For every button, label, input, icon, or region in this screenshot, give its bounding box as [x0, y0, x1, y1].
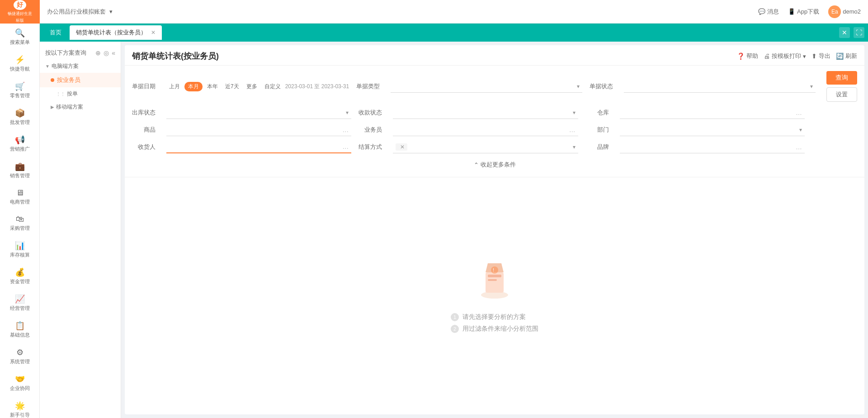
app-logo[interactable]: 好 畅捷通好生意 标版 [0, 0, 40, 24]
tab-close-all-btn[interactable]: ✕ [839, 27, 850, 38]
doc-type-field[interactable]: ▾ [391, 80, 582, 93]
tabbar: 首页 销货单统计表（按业务员） ✕ ✕ ⛶ [40, 24, 868, 42]
sidebar-item-7[interactable]: 🛍 采购管理 [0, 210, 39, 236]
empty-state: ! 1 请先选择要分析的方案 2 用过滤条件来缩小分析范围 [125, 177, 864, 414]
sidebar-item-11[interactable]: 📋 基础信息 [0, 316, 39, 343]
sidebar-item-9[interactable]: 💰 资金管理 [0, 263, 39, 290]
brand-label: 品牌 [585, 143, 613, 151]
sidebar-label-7: 采购管理 [10, 225, 30, 232]
print-btn[interactable]: 🖨 按模板打印 ▾ [764, 52, 806, 60]
brand-field[interactable]: … [620, 141, 805, 153]
plan-item-salesperson[interactable]: 按业务员 [40, 73, 121, 87]
date-btn-thismonth[interactable]: 本月 [184, 82, 203, 91]
print-dropdown-icon[interactable]: ▾ [803, 53, 806, 60]
settlement-clear-icon[interactable]: ✕ [400, 144, 405, 150]
message-btn[interactable]: 💬 消息 [758, 8, 779, 16]
sidebar-item-1[interactable]: ⚡ 快捷导航 [0, 50, 39, 77]
salesperson-field[interactable]: … [393, 124, 578, 136]
out-status-field[interactable]: ▾ [166, 106, 351, 119]
tab-report[interactable]: 销货单统计表（按业务员） ✕ [70, 25, 162, 40]
sidebar-label-5: 销售管理 [10, 172, 30, 179]
left-panel: 按以下方案查询 ⊕ ◎ « ▼ 电脑端方案 按业务员 ⋮⋮ 按 [40, 42, 121, 418]
date-label: 单据日期 [132, 82, 159, 90]
date-btn-7days[interactable]: 近7天 [222, 82, 242, 91]
user-name: demo2 [843, 8, 861, 15]
sidebar-item-10[interactable]: 📈 经营管理 [0, 290, 39, 316]
settlement-field[interactable]: ✕ ▾ [393, 141, 578, 153]
sidebar-label-8: 库存核算 [10, 252, 30, 258]
goods-label: 商品 [132, 126, 159, 134]
warehouse-label: 仓库 [585, 109, 613, 117]
mobile-section-title[interactable]: ▶ 移动端方案 [40, 100, 121, 114]
settlement-label: 结算方式 [359, 143, 386, 151]
plan-subitem-order[interactable]: ⋮⋮ 按单 [40, 87, 121, 100]
sidebar-item-2[interactable]: 🛒 零售管理 [0, 77, 39, 104]
left-panel-actions: ⊕ ◎ « [95, 49, 115, 57]
sidebar-item-14[interactable]: 🌟 新手引导 [0, 396, 39, 418]
filter-row-3: 商品 … 业务员 … 部门 ▾ [132, 124, 857, 136]
goods-field[interactable]: … [166, 124, 351, 136]
doc-status-dropdown-icon: ▾ [810, 83, 813, 90]
receive-status-label: 收款状态 [359, 109, 386, 117]
topbar-right: 💬 消息 📱 App下载 Ea demo2 [758, 5, 861, 18]
consignee-field[interactable]: … [166, 141, 351, 153]
page-header: 销货单统计表(按业务员) ❓ 帮助 🖨 按模板打印 ▾ ⬆ 导出 [125, 45, 864, 66]
user-menu[interactable]: Ea demo2 [828, 5, 861, 18]
date-btn-thisyear[interactable]: 本年 [204, 82, 221, 91]
sidebar-item-3[interactable]: 📦 批发管理 [0, 104, 39, 130]
query-btn[interactable]: 查询 [826, 71, 857, 85]
consignee-label: 收货人 [132, 143, 159, 151]
warehouse-more-icon: … [796, 109, 802, 116]
collapse-panel-btn[interactable]: « [112, 49, 115, 57]
sidebar-item-8[interactable]: 📊 库存核算 [0, 236, 39, 263]
tab-close-icon[interactable]: ✕ [151, 29, 156, 36]
export-btn[interactable]: ⬆ 导出 [811, 52, 830, 60]
user-avatar: Ea [828, 5, 841, 18]
sidebar-item-13[interactable]: 🤝 企业协同 [0, 370, 39, 396]
tab-maximize-btn[interactable]: ⛶ [854, 27, 864, 38]
logo-icon: 好 [14, 0, 26, 10]
date-btn-custom[interactable]: 自定义 [262, 82, 283, 91]
doc-type-dropdown-icon: ▾ [577, 83, 580, 90]
desktop-section: ▼ 电脑端方案 按业务员 ⋮⋮ 按单 [40, 60, 121, 100]
empty-icon: ! [472, 259, 517, 304]
help-btn[interactable]: ❓ 帮助 [737, 52, 758, 60]
sidebar-icon-6: 🖥 [16, 188, 24, 198]
sidebar-item-5[interactable]: 💼 销售管理 [0, 157, 39, 184]
date-btn-lastmonth[interactable]: 上月 [166, 82, 183, 91]
desktop-section-title[interactable]: ▼ 电脑端方案 [40, 60, 121, 73]
sidebar-item-4[interactable]: 📢 营销推广 [0, 130, 39, 157]
sidebar-icon-1: ⚡ [15, 55, 25, 65]
receive-status-field[interactable]: ▾ [393, 106, 578, 119]
department-label: 部门 [585, 126, 613, 134]
warehouse-field[interactable]: … [620, 106, 805, 119]
collapse-btn[interactable]: ⌃ 收起更多条件 [132, 158, 857, 171]
sidebar-item-12[interactable]: ⚙ 系统管理 [0, 343, 39, 370]
topbar-dropdown[interactable]: ▾ [109, 8, 113, 15]
sidebar-label-0: 搜索菜单 [10, 39, 30, 46]
department-field[interactable]: ▾ [620, 124, 805, 136]
message-label: 消息 [767, 8, 779, 16]
page-content: 按以下方案查询 ⊕ ◎ « ▼ 电脑端方案 按业务员 ⋮⋮ 按 [40, 42, 868, 418]
doc-status-label: 单据状态 [590, 82, 617, 90]
setting-btn[interactable]: 设置 [826, 87, 857, 102]
section-arrow-icon: ▼ [45, 64, 50, 69]
settings-plan-btn[interactable]: ◎ [104, 49, 109, 57]
logo-subtitle: 标版 [16, 18, 24, 24]
help-label: 帮助 [746, 52, 758, 60]
app-download-btn[interactable]: 📱 App下载 [788, 8, 819, 16]
collapse-arrow-icon: ⌃ [474, 162, 479, 168]
mobile-section-label: 移动端方案 [56, 103, 83, 111]
refresh-btn[interactable]: 🔄 刷新 [836, 52, 857, 60]
sidebar-icon-9: 💰 [15, 267, 25, 277]
date-btn-more[interactable]: 更多 [244, 82, 260, 91]
date-field: 上月 本月 本年 近7天 更多 自定义 2023-03-01 至 2023-03… [166, 82, 349, 91]
doc-status-field[interactable]: ▾ [624, 80, 816, 93]
empty-tips: 1 请先选择要分析的方案 2 用过滤条件来缩小分析范围 [451, 313, 538, 333]
settlement-tag: ✕ [396, 143, 407, 151]
add-plan-btn[interactable]: ⊕ [95, 49, 101, 57]
sidebar-item-0[interactable]: 🔍 搜索菜单 [0, 24, 39, 50]
empty-tip-1: 1 请先选择要分析的方案 [451, 313, 538, 321]
sidebar-item-6[interactable]: 🖥 电商管理 [0, 184, 39, 210]
tab-home[interactable]: 首页 [43, 25, 68, 40]
